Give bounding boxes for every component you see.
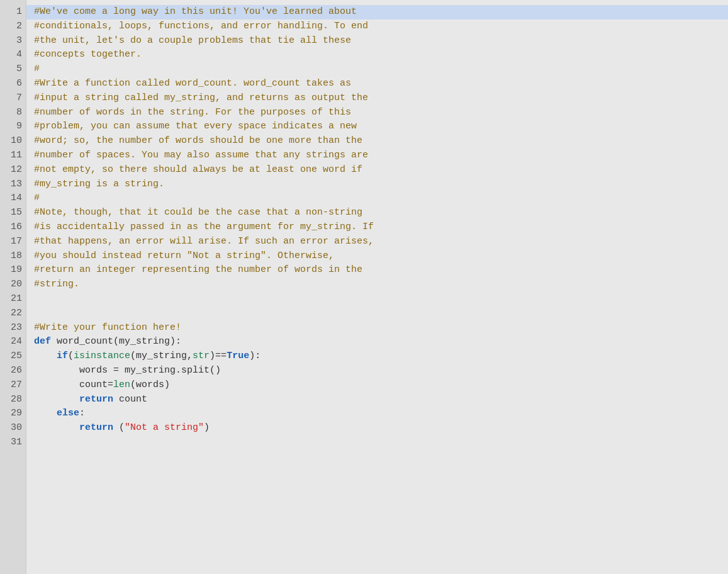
code-line: #Write a function called word_count. wor… [34, 77, 720, 91]
code-line: #number of spaces. You may also assume t… [34, 149, 720, 163]
line-number: 13 [5, 177, 22, 192]
token-comment: #number of words in the string. For the … [34, 107, 351, 118]
token-normal [34, 408, 57, 419]
token-builtin: isinstance [74, 351, 130, 361]
code-line: # [34, 62, 720, 77]
token-normal: count= [34, 380, 113, 390]
token-keyword: return [79, 422, 113, 433]
token-comment: #Write a function called word_count. wor… [34, 78, 351, 89]
token-normal: ( [68, 351, 74, 361]
token-comment: #not empty, so there should always be at… [34, 164, 362, 175]
code-line: #not empty, so there should always be at… [34, 163, 720, 177]
line-number: 20 [5, 278, 22, 292]
line-number: 9 [5, 120, 22, 134]
line-number: 8 [5, 106, 22, 120]
line-number: 16 [5, 220, 22, 235]
token-keyword: if [57, 351, 68, 361]
token-comment: #word; so, the number of words should be… [34, 135, 362, 146]
code-line: if(isinstance(my_string,str)==True): [34, 349, 720, 364]
code-line: #word; so, the number of words should be… [34, 134, 720, 149]
line-number: 22 [5, 307, 22, 321]
line-number: 5 [5, 62, 22, 77]
line-number: 11 [5, 149, 22, 163]
token-normal [34, 394, 79, 405]
line-number: 29 [5, 407, 22, 421]
token-comment: # [34, 64, 40, 74]
line-number: 3 [5, 34, 22, 48]
code-line: def word_count(my_string): [34, 335, 720, 349]
line-number: 19 [5, 263, 22, 278]
code-line: count=len(words) [34, 378, 720, 393]
token-comment: #Note, though, that it could be the case… [34, 207, 362, 218]
code-line: #Write your function here! [34, 321, 720, 335]
token-normal [34, 351, 57, 361]
line-number: 1 [5, 5, 22, 20]
line-number: 18 [5, 249, 22, 264]
line-number: 2 [5, 20, 22, 34]
line-number: 10 [5, 134, 22, 149]
token-normal: words = my_string.split() [34, 365, 221, 376]
token-keyword: else [57, 408, 79, 419]
line-number: 25 [5, 349, 22, 364]
token-comment: #my_string is a string. [34, 179, 164, 189]
code-content[interactable]: #We've come a long way in this unit! You… [26, 0, 728, 574]
code-editor: 1234567891011121314151617181920212223242… [0, 0, 728, 574]
token-normal: )== [210, 351, 227, 361]
line-number: 14 [5, 191, 22, 206]
token-comment: #problem, you can assume that every spac… [34, 121, 357, 132]
code-line: #you should instead return "Not a string… [34, 249, 720, 264]
token-comment: #the unit, let's do a couple problems th… [34, 35, 351, 46]
line-number: 15 [5, 206, 22, 220]
line-numbers: 1234567891011121314151617181920212223242… [0, 0, 26, 574]
token-comment: #that happens, an error will arise. If s… [34, 236, 374, 247]
token-comment: #is accidentally passed in as the argume… [34, 222, 374, 232]
line-number: 17 [5, 235, 22, 249]
token-builtin: len [113, 380, 130, 390]
token-normal [34, 422, 79, 433]
code-line: #string. [34, 278, 720, 292]
token-comment: #you should instead return "Not a string… [34, 250, 334, 261]
token-comment: #Write your function here! [34, 322, 181, 333]
line-number: 21 [5, 292, 22, 307]
code-line: #problem, you can assume that every spac… [34, 120, 720, 134]
token-normal: ( [113, 422, 125, 433]
line-number: 28 [5, 393, 22, 407]
token-normal: count [113, 394, 147, 405]
token-comment: #number of spaces. You may also assume t… [34, 150, 368, 160]
token-normal: (words) [130, 380, 170, 390]
token-normal: (my_string, [130, 351, 193, 361]
token-boolean: True [227, 351, 249, 361]
line-number: 31 [5, 436, 22, 450]
code-line [34, 436, 720, 450]
token-builtin: str [193, 351, 210, 361]
code-line: #We've come a long way in this unit! You… [26, 5, 728, 20]
token-comment: #We've come a long way in this unit! You… [34, 6, 357, 17]
token-normal: : [79, 408, 85, 419]
code-line: return count [34, 393, 720, 407]
code-line: #Note, though, that it could be the case… [34, 206, 720, 220]
code-line: #is accidentally passed in as the argume… [34, 220, 720, 235]
code-line: #that happens, an error will arise. If s… [34, 235, 720, 249]
token-comment: # [34, 193, 40, 203]
code-line: #conditionals, loops, functions, and err… [34, 20, 720, 34]
token-comment: #concepts together. [34, 49, 142, 60]
code-line: words = my_string.split() [34, 364, 720, 378]
line-number: 7 [5, 91, 22, 106]
code-line [34, 307, 720, 321]
line-number: 30 [5, 421, 22, 436]
token-normal: ): [249, 351, 260, 361]
token-normal: ) [204, 422, 210, 433]
line-number: 6 [5, 77, 22, 91]
code-line: else: [34, 407, 720, 421]
code-line: #input a string called my_string, and re… [34, 91, 720, 106]
line-number: 24 [5, 335, 22, 349]
line-number: 27 [5, 378, 22, 393]
code-line: # [34, 191, 720, 206]
token-string: "Not a string" [125, 422, 204, 433]
line-number: 12 [5, 163, 22, 177]
token-comment: #string. [34, 279, 79, 290]
code-line: #number of words in the string. For the … [34, 106, 720, 120]
code-line: #concepts together. [34, 48, 720, 62]
token-comment: #return an integer representing the numb… [34, 264, 362, 275]
code-line: #my_string is a string. [34, 177, 720, 192]
